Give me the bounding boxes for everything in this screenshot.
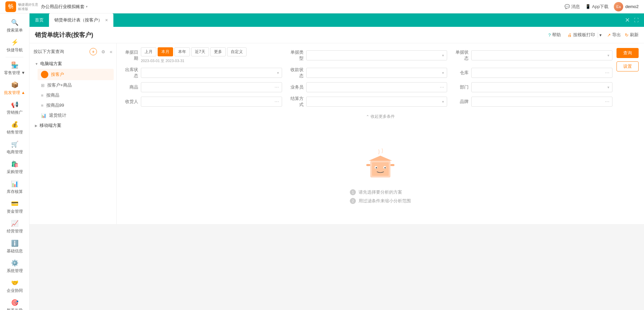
date-label: 单据日期 [122, 49, 141, 61]
sidebar-item-operation[interactable]: 📈 经营管理 [0, 217, 29, 237]
plan-tree: ▼ 电脑端方案 按 按客户 [30, 59, 116, 131]
date-options: 上月 本月 本年 近7天 更多 自定义 2023-03-01 至 2023-03… [141, 47, 282, 63]
product-dots-icon[interactable]: ··· [274, 84, 279, 90]
empty-svg-icon [360, 142, 400, 183]
plan-panel-title: 按以下方案查询 [34, 49, 64, 55]
tab-home-label: 首页 [35, 17, 44, 23]
date-btn-custom[interactable]: 自定义 [227, 47, 247, 56]
tree-group-mobile-header[interactable]: ▶ 移动端方案 [32, 120, 114, 131]
sidebar-item-basic[interactable]: ℹ️ 基础信息 [0, 237, 29, 257]
sidebar-item-inventory[interactable]: 📊 库存核算 [0, 177, 29, 197]
receiver-dots-icon[interactable]: ··· [274, 99, 279, 105]
sidebar-item-system[interactable]: ⚙️ 系统管理 [0, 257, 29, 276]
refresh-button[interactable]: ↻ 刷新 [625, 32, 639, 38]
sidebar-item-retail[interactable]: 🏪 零售管理 ▼ [0, 59, 29, 79]
tip-text-2: 用过滤条件来缩小分析范围 [359, 198, 411, 204]
doc-type-select[interactable]: ▾ [306, 50, 447, 60]
receiver-select[interactable]: ··· [141, 97, 282, 107]
filter-doc-type-item: 单据类型 ▾ [287, 47, 447, 63]
username-label: demo2 [625, 4, 639, 9]
export-button[interactable]: ↗ 导出 [607, 32, 621, 38]
sidebar-item-sales[interactable]: 💰 销售管理 [0, 118, 29, 138]
product-select[interactable]: ··· [141, 82, 282, 92]
doc-status-select[interactable]: ▾ [471, 50, 612, 60]
out-status-arrow-icon: ▾ [277, 71, 279, 75]
receipt-status-label: 收款状态 [287, 67, 306, 79]
brand-dots-icon[interactable]: ··· [605, 99, 609, 105]
date-btn-last-month[interactable]: 上月 [141, 47, 156, 56]
date-btn-7days[interactable]: 近7天 [191, 47, 209, 56]
settlement-label: 结算方式 [287, 96, 306, 108]
message-button[interactable]: 💬 消息 [565, 4, 580, 10]
warehouse-select[interactable]: ··· [471, 68, 612, 78]
logo-icon: 畅 [5, 1, 16, 12]
by-customer-label: 按客户 [51, 71, 64, 78]
tree-item-customer-product[interactable]: ⊞ 按客户+商品 [38, 80, 114, 90]
plan-settings-button[interactable]: ⚙ [100, 48, 107, 55]
collapse-bar[interactable]: ⌃ 收起更多条件 [117, 111, 644, 122]
query-button[interactable]: 查询 [616, 48, 639, 58]
sidebar-label: 搜索菜单 [7, 28, 23, 33]
inventory-icon: 📊 [11, 180, 18, 188]
brand-select[interactable]: ··· [471, 97, 612, 107]
date-btn-more[interactable]: 更多 [210, 47, 226, 56]
print-button[interactable]: 🖨 按模板打印 ▾ [565, 32, 603, 38]
tree-group-label: 电脑端方案 [40, 61, 62, 67]
window-close-button[interactable]: ✕ [625, 16, 630, 24]
doc-status-arrow-icon: ▾ [607, 53, 609, 58]
settings-button[interactable]: 设置 [616, 61, 639, 71]
plan-collapse-button[interactable]: « [110, 49, 112, 54]
sidebar-item-wholesale[interactable]: 📦 批发管理 ▲ [0, 79, 29, 98]
export-label: 导出 [612, 32, 621, 38]
print-arrow-icon[interactable]: ▾ [598, 33, 603, 38]
workspace-label: 办公用品行业模拟账套 [41, 4, 85, 10]
empty-state: 1 请先选择要分析的方案 2 用过滤条件来缩小分析范围 [117, 122, 644, 224]
tab-home[interactable]: 首页 [30, 13, 49, 27]
print-main[interactable]: 🖨 按模板打印 [565, 32, 598, 38]
date-btn-this-year[interactable]: 本年 [174, 47, 190, 56]
top-bar: 畅 畅捷通好生意 标准版 办公用品行业模拟账套 ▾ 💬 消息 📱 App下载 E… [0, 0, 644, 13]
tree-item-return-stat[interactable]: 📊 退货统计 [38, 110, 114, 120]
sidebar-label: 营销推广 [7, 110, 23, 115]
salesperson-dots-icon[interactable]: ··· [440, 84, 444, 90]
sidebar-item-purchase[interactable]: 🛍️ 采购管理 [0, 158, 29, 177]
wholesale-icon: 📦 [11, 81, 18, 89]
sidebar-item-search-menu[interactable]: 🔍 搜索菜单 [0, 16, 29, 36]
purchase-icon: 🛍️ [11, 160, 18, 168]
maximize-button[interactable]: ⛶ [634, 17, 639, 23]
sidebar-item-ecommerce[interactable]: 🛒 电商管理 [0, 138, 29, 158]
receipt-status-select[interactable]: ▾ [306, 68, 447, 78]
sidebar-item-marketing[interactable]: 📢 营销推广 [0, 98, 29, 118]
tree-item-by-customer[interactable]: 按 按客户 [38, 69, 114, 80]
tree-expand-icon: ▶ [35, 124, 38, 127]
svg-rect-1 [372, 162, 389, 176]
workspace-arrow-icon: ▾ [86, 5, 88, 8]
svg-rect-7 [390, 164, 394, 166]
sidebar-item-finance[interactable]: 💳 资金管理 [0, 197, 29, 217]
collapse-up-icon: ⌃ [366, 114, 369, 119]
salesperson-select[interactable]: ··· [306, 82, 447, 92]
warehouse-dots-icon[interactable]: ··· [605, 70, 609, 76]
tab-close-button[interactable]: ✕ [105, 18, 108, 22]
retail-icon: 🏪 [11, 61, 18, 69]
tree-item-by-product[interactable]: ≡ 按商品 [38, 90, 114, 100]
filter-receiver-item: 收货人 ··· [122, 96, 282, 108]
sidebar-item-newbie[interactable]: 🎯 新手引导 [0, 296, 29, 310]
app-download-button[interactable]: 📱 App下载 [585, 4, 608, 10]
plan-add-button[interactable]: + [90, 48, 97, 55]
out-status-select[interactable]: ▾ [141, 68, 282, 78]
help-button[interactable]: ? 帮助 [548, 32, 561, 38]
tree-item-product-99[interactable]: ≡ 按商品99 [38, 100, 114, 110]
sidebar-item-enterprise[interactable]: 🤝 企业协同 [0, 276, 29, 296]
user-area[interactable]: Ea demo2 [614, 2, 639, 11]
sidebar-item-quick-nav[interactable]: ⚡ 快捷导航 [0, 36, 29, 56]
query-action-col: 查询 设置 [616, 47, 639, 110]
settlement-select[interactable]: ▾ [306, 97, 447, 107]
workspace-selector[interactable]: 办公用品行业模拟账套 ▾ [41, 4, 88, 10]
date-btn-this-month[interactable]: 本月 [158, 47, 173, 56]
sidebar-label: 批发管理 ▲ [4, 90, 25, 96]
tree-group-desktop-header[interactable]: ▼ 电脑端方案 [32, 59, 114, 69]
page-content: 销货单统计表(按客户) ? 帮助 🖨 按模板打印 [30, 27, 644, 310]
tab-sales-stat[interactable]: 销货单统计表（按客户） ✕ [49, 13, 113, 27]
department-select[interactable]: ▾ [471, 82, 612, 92]
